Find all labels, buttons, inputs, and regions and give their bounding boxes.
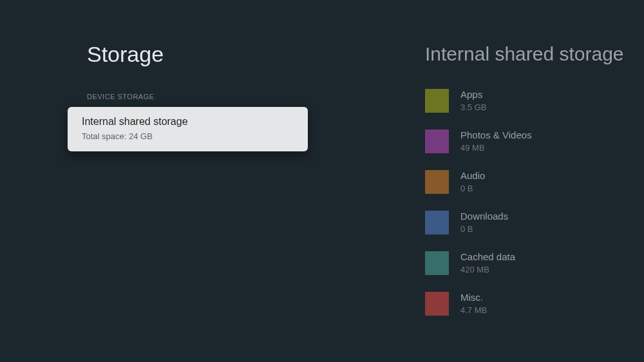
category-swatch [425,251,449,275]
category-label: Apps [460,89,486,100]
category-label: Cached data [460,251,515,262]
device-storage-section-label: DEVICE STORAGE [87,93,357,100]
category-item-downloads[interactable]: Downloads 0 B [425,211,631,234]
category-swatch [425,211,449,234]
category-item-misc[interactable]: Misc. 4.7 MB [425,292,631,316]
category-item-apps[interactable]: Apps 3.5 GB [425,89,631,113]
category-list: Apps 3.5 GB Photos & Videos 49 MB Audio … [425,89,631,316]
category-label: Misc. [460,292,487,303]
internal-storage-card[interactable]: Internal shared storage Total space: 24 … [68,107,308,151]
category-item-cached-data[interactable]: Cached data 420 MB [425,251,631,275]
category-label: Photos & Videos [460,129,532,140]
detail-title: Internal shared storage [425,42,631,66]
category-text: Downloads 0 B [460,211,508,234]
category-swatch [425,129,449,153]
storage-card-title: Internal shared storage [82,116,294,128]
category-label: Downloads [460,211,508,222]
category-text: Photos & Videos 49 MB [460,129,532,153]
page-title: Storage [87,42,357,67]
category-text: Cached data 420 MB [460,251,515,274]
category-swatch [425,89,449,113]
category-size: 0 B [460,184,485,193]
category-item-photos-videos[interactable]: Photos & Videos 49 MB [425,129,631,153]
left-panel: Storage DEVICE STORAGE Internal shared s… [0,0,357,151]
right-panel: Internal shared storage Apps 3.5 GB Phot… [425,42,631,316]
category-text: Audio 0 B [460,170,485,193]
category-swatch [425,170,449,194]
category-text: Apps 3.5 GB [460,89,486,112]
category-size: 4.7 MB [460,305,487,315]
category-size: 420 MB [460,265,515,274]
category-text: Misc. 4.7 MB [460,292,487,315]
category-size: 0 B [460,224,508,234]
category-size: 3.5 GB [460,102,486,112]
category-size: 49 MB [460,143,532,153]
storage-card-subtitle: Total space: 24 GB [82,131,294,141]
category-swatch [425,292,449,316]
category-item-audio[interactable]: Audio 0 B [425,170,631,194]
category-label: Audio [460,170,485,181]
